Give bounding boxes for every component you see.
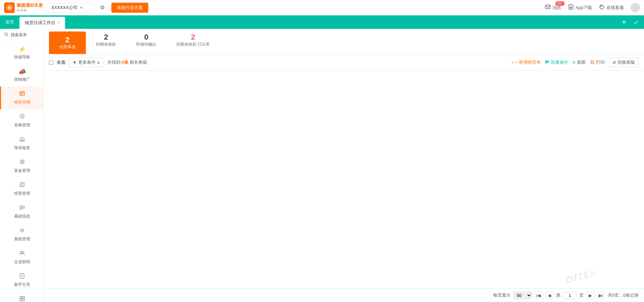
basic-icon	[19, 204, 25, 212]
filter-label: 更多条件	[78, 59, 96, 65]
sidebar-item-basic[interactable]: 基础信息	[0, 200, 43, 223]
print-button[interactable]: 打印	[590, 59, 605, 65]
svg-point-17	[22, 251, 24, 253]
settings-button[interactable]: ⚙	[97, 3, 107, 13]
message-item[interactable]: 消息 99+	[545, 4, 561, 11]
sidebar-item-purchase[interactable]: 采购管理	[0, 109, 43, 132]
last-page-button[interactable]: ▶|	[597, 291, 605, 299]
stat-tab-overdue-num: 2	[104, 33, 108, 42]
sidebar-item-label: 库存核算	[14, 145, 30, 151]
svg-rect-14	[20, 209, 22, 210]
select-all-checkbox[interactable]	[49, 60, 53, 65]
tab-home-label: 首页	[5, 19, 14, 25]
online-service-item[interactable]: 在线客服	[599, 4, 624, 11]
svg-rect-19	[20, 296, 22, 298]
total-label: 共0页，0条记录	[608, 292, 639, 298]
stat-tab-overdue[interactable]: 2 到期未收款	[86, 29, 126, 54]
sidebar-item-system[interactable]: 系统管理	[0, 223, 43, 246]
purchase-icon	[19, 113, 25, 121]
logo-text: 畅捷通好生意 标准版	[17, 3, 43, 13]
first-page-button[interactable]: |◀	[535, 291, 543, 299]
stat-tab-all-label: 全部单据	[59, 44, 75, 50]
sidebar-item-guide[interactable]: 新手引导	[0, 269, 43, 292]
quick-nav-icon: ⚡	[18, 46, 26, 53]
svg-rect-29	[591, 62, 593, 63]
svg-rect-2	[545, 5, 550, 9]
per-page-select[interactable]: 50 100 200	[513, 292, 532, 299]
sidebar-item-quick-nav[interactable]: ⚡ 快捷导航	[0, 42, 43, 64]
stat-tab-overdue-shipped[interactable]: 2 到期未收款 已出库	[166, 29, 220, 54]
sidebar-item-cooperation[interactable]: 企业协同	[0, 246, 43, 269]
online-service-icon	[599, 4, 605, 11]
system-icon	[19, 227, 25, 235]
print-icon	[590, 60, 595, 65]
next-page-button[interactable]: ▶	[586, 291, 594, 299]
svg-point-16	[20, 251, 22, 253]
svg-rect-12	[20, 206, 24, 207]
svg-rect-21	[20, 299, 22, 301]
filter-icon: ▼	[72, 60, 77, 65]
sales-icon	[19, 90, 25, 98]
stat-tab-overdue-shipped-num: 2	[191, 33, 195, 42]
appstore-icon	[19, 296, 25, 302]
sidebar-item-label: 营销推广	[14, 77, 30, 82]
sidebar-item-appstore[interactable]: 应用中心	[0, 292, 43, 302]
sidebar-item-label: 资金管理	[14, 168, 30, 174]
tab-workbench[interactable]: 钱货日清工作台 ×	[19, 17, 65, 29]
sidebar: 搜索菜单 ⚡ 快捷导航 📣 营销推广 销售管理	[0, 29, 44, 302]
avatar	[631, 3, 640, 12]
trial-button[interactable]: 体验行业方案	[111, 3, 148, 13]
message-badge: 99+	[555, 1, 565, 6]
tab-home[interactable]: 首页	[0, 15, 19, 29]
sidebar-search-label: 搜索菜单	[11, 32, 27, 38]
top-header: 6 畅捷通好生意 标准版 XXXXXX公司 ▼ ⚙ 体验行业方案 消息 99+	[0, 0, 644, 15]
add-order-button[interactable]: + + 新增销货单	[511, 59, 541, 65]
switch-version-button[interactable]: ⇄ 切换新版	[609, 58, 639, 67]
guide-icon	[19, 273, 25, 281]
found-count: 0条	[122, 60, 128, 65]
refresh-button[interactable]: ↻ 刷新	[572, 59, 586, 65]
user-avatar-item[interactable]	[631, 3, 640, 12]
batch-operation-button[interactable]: 批量操作	[545, 59, 568, 65]
switch-icon: ⇄	[612, 60, 616, 65]
sidebar-item-label: 经营管理	[14, 191, 30, 196]
app-download-label: App下载	[576, 5, 592, 11]
marketing-icon: 📣	[18, 68, 26, 75]
add-icon: +	[511, 60, 514, 65]
stat-tab-overdue-shipped-label: 到期未收款 已出库	[176, 42, 210, 47]
prev-page-button[interactable]: ◀	[545, 291, 553, 299]
page-number-input[interactable]	[563, 292, 577, 299]
sidebar-item-operation[interactable]: 经营管理	[0, 178, 43, 200]
sidebar-item-finance[interactable]: 资金管理	[0, 155, 43, 178]
sidebar-search[interactable]: 搜索菜单	[0, 29, 43, 42]
inventory-icon	[19, 136, 25, 144]
message-icon	[545, 4, 551, 11]
svg-rect-22	[22, 299, 24, 301]
logo-area: 6 畅捷通好生意 标准版	[4, 2, 48, 13]
tab-bar-actions: ✕ ⤢	[619, 17, 644, 27]
sidebar-item-label: 新手引导	[14, 282, 30, 288]
toolbar-right: + + 新增销货单 批量操作 ↻ 刷新	[511, 58, 639, 67]
svg-text:6: 6	[8, 5, 11, 10]
tab-maximize-btn[interactable]: ⤢	[631, 17, 641, 27]
sidebar-item-sales[interactable]: 销售管理	[0, 86, 43, 109]
table-area	[44, 71, 644, 288]
stat-tab-all[interactable]: 2 全部单据	[49, 32, 86, 54]
tab-close-icon[interactable]: ×	[57, 20, 60, 25]
filter-button[interactable]: ▼ 更多条件 ∨	[69, 58, 104, 67]
finance-icon	[19, 159, 25, 167]
page-prefix-label: 第	[556, 292, 560, 298]
cooperation-icon	[19, 250, 25, 258]
stat-tab-pending-label: 旺辅待确认	[136, 42, 156, 47]
sidebar-item-marketing[interactable]: 📣 营销推广	[0, 64, 43, 86]
stat-tab-overdue-label: 到期未收款	[96, 42, 116, 47]
stat-tab-all-num: 2	[65, 36, 69, 44]
company-selector[interactable]: XXXXXX公司 ▼	[48, 3, 95, 12]
app-download-item[interactable]: App下载	[568, 4, 592, 11]
select-all-label: 全选	[57, 59, 65, 65]
tab-close-window-btn[interactable]: ✕	[619, 17, 629, 27]
sidebar-item-inventory[interactable]: 库存核算	[0, 132, 43, 155]
stat-tab-pending[interactable]: 0 旺辅待确认	[126, 29, 166, 54]
search-icon	[4, 32, 9, 38]
toolbar: 全选 ▼ 更多条件 ∨ 共找到 0条 相关单据 + + 新增销货单	[44, 54, 644, 71]
